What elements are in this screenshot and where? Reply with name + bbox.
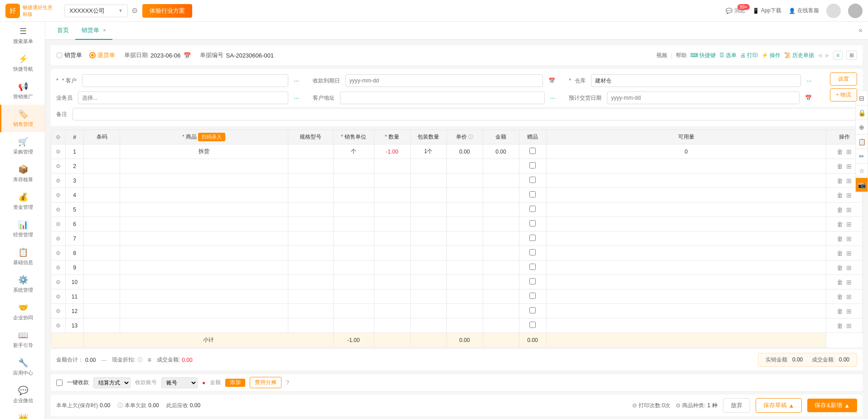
row-gift[interactable] — [519, 260, 546, 275]
row-barcode[interactable] — [84, 275, 120, 289]
trial-button[interactable]: 体验行业方案 — [142, 4, 192, 18]
row-unit-price[interactable] — [446, 289, 483, 304]
delete-row-icon[interactable]: 🗑 — [837, 221, 843, 228]
row-gear[interactable]: ⚙ — [51, 217, 66, 231]
salesperson-input[interactable] — [78, 92, 288, 104]
row-unit-price[interactable] — [446, 202, 483, 217]
one-click-payment-checkbox[interactable] — [56, 380, 63, 386]
row-gear[interactable]: ⚙ — [51, 188, 66, 202]
copy-row-icon[interactable]: ⊞ — [846, 279, 852, 286]
collection-date-input[interactable] — [345, 74, 543, 87]
row-gear[interactable]: ⚙ — [51, 318, 66, 333]
right-tool-3[interactable]: ⊕ — [855, 120, 868, 134]
account-select[interactable]: 账号 — [161, 377, 198, 388]
copy-row-icon[interactable]: ⊞ — [846, 177, 852, 184]
row-gear[interactable]: ⚙ — [51, 231, 66, 246]
row-gear[interactable]: ⚙ — [51, 260, 66, 275]
row-gear[interactable]: ⚙ — [51, 289, 66, 304]
row-spec[interactable] — [288, 289, 333, 304]
row-gift[interactable] — [519, 304, 546, 318]
row-gear[interactable]: ⚙ — [51, 304, 66, 318]
copy-row-icon[interactable]: ⊞ — [846, 206, 852, 213]
row-spec[interactable] — [288, 188, 333, 202]
row-product[interactable] — [120, 231, 288, 246]
row-gift[interactable] — [519, 231, 546, 246]
doc-debt-info-icon[interactable]: ⓘ — [117, 402, 123, 409]
settings-button[interactable]: 设置 — [830, 72, 857, 86]
delete-row-icon[interactable]: 🗑 — [837, 308, 843, 315]
sidebar-item-enterprise[interactable]: 🤝 企业协同 — [0, 298, 45, 326]
print-btn[interactable]: 🖨 打印 — [740, 52, 758, 59]
row-gift[interactable] — [519, 318, 546, 333]
product-types-radio[interactable]: ⊙ — [676, 402, 680, 409]
row-gear[interactable]: ⚙ — [51, 246, 66, 260]
view-toggle-grid[interactable]: ⊞ — [846, 51, 857, 60]
row-unit-price[interactable] — [446, 188, 483, 202]
sidebar-item-app-center[interactable]: 🔧 应用中心 — [0, 353, 45, 381]
radio-sale[interactable]: 销货单 — [56, 51, 82, 59]
copy-row-icon[interactable]: ⊞ — [846, 264, 852, 271]
row-quantity[interactable] — [374, 159, 410, 173]
row-barcode[interactable] — [84, 202, 120, 217]
row-spec[interactable] — [288, 159, 333, 173]
right-tool-5[interactable]: ✏ — [855, 149, 868, 163]
copy-row-icon[interactable]: ⊞ — [846, 221, 852, 228]
add-payment-button[interactable]: 添加 — [225, 379, 245, 387]
row-spec[interactable] — [288, 217, 333, 231]
tab-close-icon[interactable]: × — [103, 27, 106, 34]
row-product[interactable]: 拆货 — [120, 144, 288, 159]
row-barcode[interactable] — [84, 289, 120, 304]
row-unit-price[interactable] — [446, 304, 483, 318]
row-spec[interactable] — [288, 260, 333, 275]
customer-dots-icon[interactable]: ··· — [294, 77, 299, 84]
delete-row-icon[interactable]: 🗑 — [837, 250, 843, 257]
warehouse-input[interactable] — [591, 74, 801, 87]
delete-row-icon[interactable]: 🗑 — [837, 322, 843, 329]
message-button[interactable]: 💬 消息 99+ — [726, 7, 745, 14]
remark-input[interactable] — [73, 108, 857, 120]
th-gear[interactable]: ⚙ — [51, 130, 66, 144]
row-quantity[interactable] — [374, 275, 410, 289]
copy-row-icon[interactable]: ⊞ — [846, 192, 852, 199]
row-quantity[interactable] — [374, 260, 410, 275]
payment-method-select[interactable]: 结算方式 — [93, 377, 131, 388]
row-gift[interactable] — [519, 289, 546, 304]
row-gift[interactable] — [519, 202, 546, 217]
row-product[interactable] — [120, 202, 288, 217]
delete-row-icon[interactable]: 🗑 — [837, 279, 843, 286]
row-spec[interactable] — [288, 246, 333, 260]
row-gift[interactable] — [519, 246, 546, 260]
sidebar-item-purchase[interactable]: 🛒 采购管理 — [0, 132, 45, 160]
row-product[interactable] — [120, 304, 288, 318]
radio-return[interactable]: 退货单 — [89, 51, 115, 59]
row-gift[interactable] — [519, 144, 546, 159]
delete-row-icon[interactable]: 🗑 — [837, 148, 843, 155]
help-btn[interactable]: 帮助 — [676, 52, 687, 59]
row-product[interactable] — [120, 159, 288, 173]
copy-row-icon[interactable]: ⊞ — [846, 293, 852, 300]
right-tool-4[interactable]: 📋 — [855, 134, 868, 149]
row-spec[interactable] — [288, 202, 333, 217]
row-unit-price[interactable]: 0.00 — [446, 144, 483, 159]
add-payment-icon[interactable]: ● — [202, 380, 205, 386]
row-gear[interactable]: ⚙ — [51, 173, 66, 188]
row-spec[interactable] — [288, 275, 333, 289]
sidebar-item-wechat[interactable]: 💬 企业微信 — [0, 381, 45, 409]
row-quantity[interactable] — [374, 188, 410, 202]
save-new-button[interactable]: 保存&新增 ▲ — [807, 399, 857, 412]
delete-row-icon[interactable]: 🗑 — [837, 293, 843, 300]
row-unit-price[interactable] — [446, 159, 483, 173]
row-quantity[interactable] — [374, 304, 410, 318]
row-gift[interactable] — [519, 275, 546, 289]
company-selector[interactable]: XXXXXX公司 ▼ — [64, 5, 128, 17]
row-unit-price[interactable] — [446, 260, 483, 275]
row-spec[interactable] — [288, 231, 333, 246]
row-quantity[interactable] — [374, 246, 410, 260]
row-quantity[interactable]: -1.00 — [374, 144, 410, 159]
row-spec[interactable] — [288, 304, 333, 318]
save-draft-button[interactable]: 保存草稿 ▲ — [756, 398, 802, 413]
row-product[interactable] — [120, 217, 288, 231]
delete-row-icon[interactable]: 🗑 — [837, 264, 843, 271]
sidebar-item-guide[interactable]: 📖 新手引导 — [0, 326, 45, 353]
row-barcode[interactable] — [84, 260, 120, 275]
